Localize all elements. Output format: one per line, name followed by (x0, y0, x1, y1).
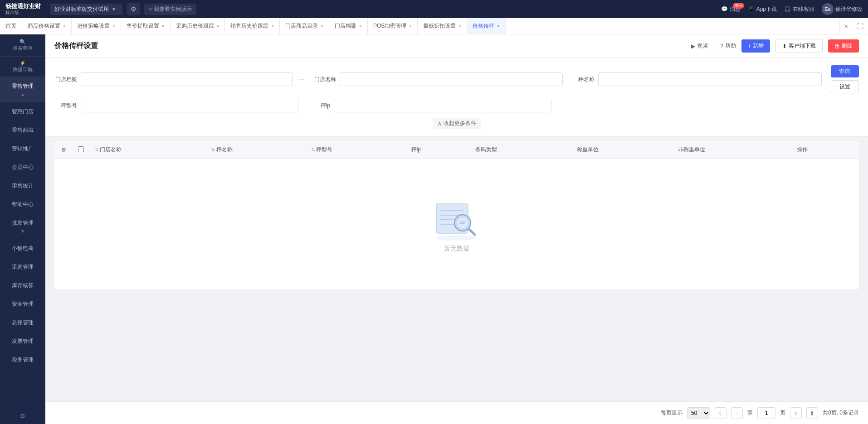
tab-min-discount[interactable]: 最低折扣设置 × (418, 18, 467, 34)
empty-illustration (427, 195, 486, 245)
chevron-down-icon: ▼ (112, 7, 116, 12)
tab-home[interactable]: 首页 (0, 18, 22, 34)
tab-sale-price[interactable]: 售价提取设置 × (121, 18, 171, 34)
query-button[interactable]: 查询 (831, 65, 859, 77)
scale-model-input[interactable] (81, 99, 298, 112)
avatar: Ea (822, 3, 834, 15)
page-title: 价格传秤设置 (54, 41, 98, 51)
tab-pos-mgmt-label: POS加密管理 (373, 22, 406, 30)
tab-pos-mgmt[interactable]: POS加密管理 × (368, 18, 418, 34)
content-area: 价格传秤设置 ▶ 视频 | ? 帮助 + 新增 ⬇ 客户端下载 (45, 34, 868, 424)
app-download-button[interactable]: 📱 App下载 (748, 5, 777, 13)
scale-name-input[interactable] (598, 72, 822, 86)
top-bar: 畅捷通好业财 标准版 好业财标准版交付试用 ▼ ⚙ ○ 我要看实例演示 💬 消息… (0, 0, 868, 18)
more-options-icon[interactable]: ··· (298, 75, 304, 83)
tab-price-setting[interactable]: 商品价格设置 × (22, 18, 72, 34)
tabs-bar: 首页 商品价格设置 × 进价策略设置 × 售价提取设置 × 采购历史价跟踪 × … (0, 18, 868, 34)
sidebar-settings[interactable]: ⚙ (0, 408, 45, 424)
col-settings[interactable]: ⚙ (54, 141, 73, 159)
user-menu-button[interactable]: Ea 徐泽华修改 (822, 3, 863, 15)
next-page-button[interactable]: › (790, 407, 802, 419)
close-current-tab-button[interactable]: × (840, 18, 853, 34)
col-checkbox[interactable] (73, 141, 89, 159)
tab-min-discount-close[interactable]: × (458, 24, 461, 29)
tab-store-catalog[interactable]: 门店商品目录 × (280, 18, 329, 34)
tab-price-scale[interactable]: 价格传秤 × (467, 18, 506, 34)
sidebar-search[interactable]: 🔍 搜索菜单 (0, 34, 45, 57)
tab-sale-history-close[interactable]: × (271, 24, 274, 29)
store-name-input[interactable] (340, 72, 563, 86)
download-client-button[interactable]: ⬇ 客户端下载 (775, 39, 823, 53)
select-all-checkbox[interactable] (78, 146, 84, 152)
filter-row-2: 秤型号 秤ip (54, 99, 859, 112)
online-service-button[interactable]: 🎧 在线客服 (784, 5, 814, 13)
sidebar-item-invoice-mgmt[interactable]: 发票管理 (0, 332, 45, 351)
retail-mall-label: 零售商城 (12, 126, 34, 134)
sidebar-item-inventory[interactable]: 库存核算 (0, 276, 45, 295)
tab-purchase-strategy-label: 进价策略设置 (77, 22, 110, 30)
filter-settings-button[interactable]: 设置 (831, 80, 859, 93)
video-link[interactable]: ▶ 视频 (691, 42, 708, 50)
play-icon: ○ (149, 6, 152, 12)
tab-pos-mgmt-close[interactable]: × (409, 24, 412, 29)
empty-state-row: 暂无数据 (54, 159, 859, 289)
sidebar-item-general-ledger[interactable]: 总账管理 (0, 313, 45, 332)
fund-mgmt-label: 资金管理 (12, 300, 34, 308)
last-page-button[interactable]: ⟫ (806, 407, 818, 419)
tab-price-scale-close[interactable]: × (497, 24, 500, 29)
tab-store-archive-close[interactable]: × (359, 24, 362, 29)
settings-button[interactable]: ⚙ (127, 3, 140, 15)
sidebar-item-help-center[interactable]: 帮助中心 (0, 195, 45, 214)
sidebar-item-marketing[interactable]: 营销推广 (0, 140, 45, 158)
search-icon: 🔍 (20, 39, 26, 44)
empty-text: 暂无数据 (444, 245, 469, 253)
col-weight-unit: 称重单位 (571, 141, 673, 159)
col-scale-name[interactable]: 秤名称 (206, 141, 306, 159)
page-size-select[interactable]: 20 50 100 200 (687, 407, 710, 419)
collapse-icon: ∧ (438, 120, 442, 127)
tab-sale-price-close[interactable]: × (162, 24, 165, 29)
prev-page-button[interactable]: ‹ (731, 407, 743, 419)
tab-purchase-history[interactable]: 采购历史价跟踪 × (171, 18, 225, 34)
app-download-label: App下载 (756, 5, 777, 13)
first-page-button[interactable]: ⟪ (715, 407, 727, 419)
table-header-row: ⚙ 门店名称 秤名称 秤型号 秤ip 条码类型 称重单位 非称重单位 操作 (54, 141, 859, 159)
tab-purchase-strategy-close[interactable]: × (112, 24, 115, 29)
tab-store-catalog-close[interactable]: × (321, 24, 323, 29)
store-archive-input[interactable] (81, 72, 293, 86)
col-scale-model[interactable]: 秤型号 (306, 141, 406, 159)
demo-button[interactable]: ○ 我要看实例演示 (144, 4, 196, 15)
sidebar-item-xiaochang-ec[interactable]: 小畅电商 (0, 239, 45, 258)
page-number-input[interactable] (757, 407, 775, 419)
sidebar-item-smart-store[interactable]: 智慧门店 (0, 102, 45, 121)
retail-mgmt-label: 零售管理 (12, 82, 34, 90)
tab-sale-history[interactable]: 销售历史价跟踪 × (225, 18, 280, 34)
messages-button[interactable]: 💬 消息 99+ (721, 5, 741, 13)
tab-price-setting-close[interactable]: × (63, 24, 66, 29)
empty-state: 暂无数据 (54, 159, 859, 289)
sidebar-item-purchase-mgmt[interactable]: 采购管理 (0, 258, 45, 276)
sidebar-item-retail-mgmt[interactable]: 零售管理 ▲ (0, 77, 45, 102)
sidebar-item-wholesale-mgmt[interactable]: 批发管理 ▼ (0, 214, 45, 239)
sidebar-item-member-center[interactable]: 会员中心 (0, 158, 45, 177)
table-area: ⚙ 门店名称 秤名称 秤型号 秤ip 条码类型 称重单位 非称重单位 操作 (45, 137, 868, 401)
col-store-name[interactable]: 门店名称 (89, 141, 206, 159)
collapse-filter-button[interactable]: ∧ 收起更多条件 (433, 118, 481, 129)
sidebar-item-retail-mall[interactable]: 零售商城 (0, 121, 45, 140)
help-link[interactable]: ? 帮助 (720, 42, 736, 50)
maximize-tab-button[interactable]: ⛶ (853, 18, 868, 34)
scale-ip-input[interactable] (334, 99, 551, 112)
delete-button[interactable]: 🗑 删除 (828, 39, 859, 53)
sidebar-quick-nav[interactable]: ⚡ 快捷导航 (0, 57, 45, 77)
tab-purchase-history-close[interactable]: × (217, 24, 219, 29)
add-button[interactable]: + 新增 (741, 39, 770, 53)
sidebar-item-retail-stats[interactable]: 零售统计 (0, 177, 45, 195)
tab-purchase-strategy[interactable]: 进价策略设置 × (72, 18, 121, 34)
sidebar-item-tax-mgmt[interactable]: 税务管理 (0, 351, 45, 369)
sidebar-item-fund-mgmt[interactable]: 资金管理 (0, 295, 45, 313)
version-selector[interactable]: 好业财标准版交付试用 ▼ (50, 4, 122, 15)
tab-store-archive[interactable]: 门店档案 × (329, 18, 368, 34)
video-icon: ▶ (691, 43, 695, 49)
add-icon: + (748, 43, 751, 49)
phone-icon: 📱 (748, 6, 755, 12)
